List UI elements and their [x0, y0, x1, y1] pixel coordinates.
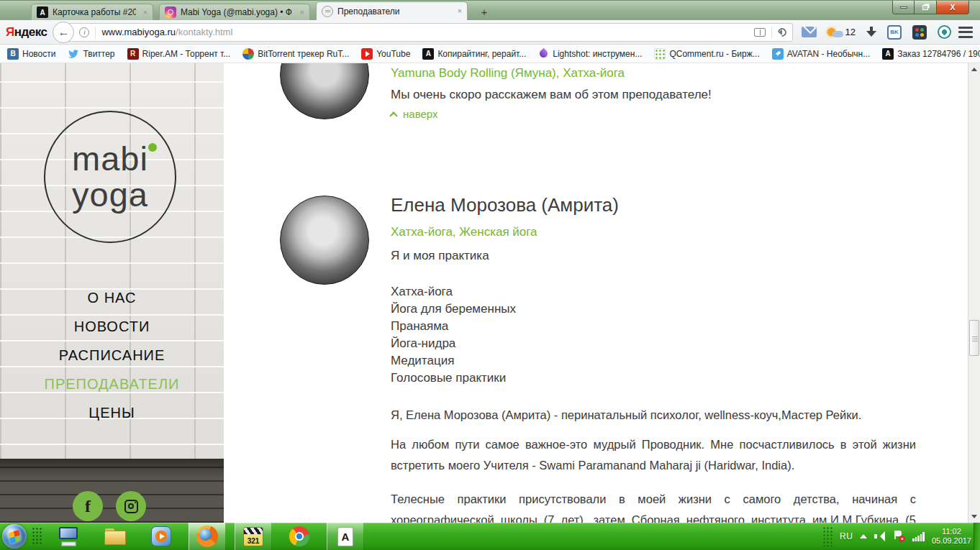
vertical-scrollbar[interactable] — [968, 63, 980, 523]
tab-teachers-active[interactable]: Преподаватели × — [316, 1, 468, 20]
media-player-classic-icon: 321 — [243, 527, 263, 546]
taskbar-chrome[interactable] — [281, 523, 318, 550]
arrow-down-icon — [971, 515, 977, 521]
mabiyoga-favicon-icon — [322, 6, 333, 17]
show-desktop-button[interactable] — [974, 523, 980, 550]
taskbar-advego[interactable]: А — [327, 523, 364, 550]
language-indicator[interactable]: RU — [840, 531, 853, 541]
bookmark-copywriting[interactable]: АКопирайтинг, рерайт... — [422, 48, 526, 60]
instagram-link[interactable] — [116, 491, 146, 521]
scroll-up-button[interactable] — [968, 63, 980, 75]
menu-item-teachers[interactable]: ПРЕПОДАВАТЕЛИ — [0, 370, 224, 398]
tab-title: Преподаватели — [337, 6, 450, 17]
download-icon[interactable] — [866, 27, 876, 38]
back-to-top-link[interactable]: наверх — [391, 107, 923, 122]
bookmark-avatan[interactable]: AVATAN - Необычн... — [772, 48, 871, 60]
reader-mode-icon[interactable] — [754, 28, 766, 37]
tab-close-icon[interactable]: × — [300, 9, 304, 17]
remote-desktop-icon — [59, 527, 79, 546]
taskbar-media-player[interactable] — [142, 523, 180, 550]
minimize-button[interactable] — [892, 1, 915, 14]
network-signal-icon[interactable] — [912, 531, 925, 541]
qcomment-icon — [654, 48, 666, 60]
taskbar-apps: 321 А — [50, 523, 364, 550]
teacher-photo-elena — [280, 196, 369, 285]
teacher-section-yamuna: Yamuna Body Rolling (Ямуна), Хатха-йога … — [391, 63, 923, 122]
vk-news-icon: В — [7, 48, 19, 60]
taskbar-remote-desktop[interactable] — [50, 523, 88, 550]
drop-extension-icon[interactable] — [938, 25, 951, 39]
tray-clock[interactable]: 11:02 05.09.2017 — [932, 527, 971, 546]
taskbar-explorer[interactable] — [96, 523, 134, 550]
menu-item-schedule[interactable]: РАСПИСАНИЕ — [0, 341, 224, 370]
yandex-logo[interactable]: Яндекс — [6, 25, 47, 40]
photo-editor-extension-icon[interactable] — [912, 25, 927, 40]
bookmark-order[interactable]: АЗаказ 12784796 / 190.... — [882, 48, 980, 60]
tab-instagram[interactable]: Mabi Yoga (@mabi.yoga) • Ф × — [159, 4, 310, 20]
instagram-favicon-icon — [165, 6, 176, 18]
teacher-photo-yamuna — [280, 63, 369, 119]
bookmark-lightshot[interactable]: Lightshot: инструмен... — [538, 49, 642, 59]
window-controls: X — [892, 1, 969, 14]
tab-close-icon[interactable]: × — [458, 7, 462, 15]
tab-strip: А Карточка работы #20097636 × Mabi Yoga … — [0, 1, 494, 20]
close-button[interactable]: X — [937, 1, 969, 14]
tray-date: 05.09.2017 — [932, 536, 971, 546]
weather-extension[interactable]: 12 — [827, 27, 856, 37]
vk-extension-icon[interactable]: BK — [887, 25, 902, 40]
bookmark-youtube[interactable]: YouTube — [361, 48, 410, 60]
media-player-icon — [151, 526, 171, 546]
site-info-icon[interactable]: i — [79, 27, 89, 37]
advego-icon: А — [422, 48, 434, 60]
bookmark-riper[interactable]: RRiper.AM - Торрент т... — [127, 48, 231, 60]
mail-extension-icon[interactable] — [802, 27, 817, 37]
browser-menu-icon[interactable] — [957, 26, 974, 39]
volume-icon[interactable] — [874, 531, 887, 541]
taskbar-mpc[interactable]: 321 — [235, 523, 272, 550]
bio-paragraph-3: Телесные практики присутствовали в моей … — [391, 489, 916, 523]
tab-advego-order[interactable]: А Карточка работы #20097636 × — [31, 4, 153, 20]
action-center-flag-icon[interactable]: x — [894, 531, 905, 542]
instagram-icon — [124, 500, 138, 513]
scrollbar-thumb[interactable] — [969, 320, 979, 356]
firefox-icon — [196, 526, 218, 547]
teacher-specialties[interactable]: Хатха-йога, Женская йога — [391, 225, 916, 239]
new-tab-button[interactable]: + — [475, 6, 494, 19]
chevron-up-icon — [389, 111, 397, 119]
start-button[interactable] — [2, 524, 27, 549]
practice-item: Йога-нидра — [391, 335, 916, 352]
chrome-icon — [289, 526, 309, 546]
restore-button[interactable] — [915, 1, 937, 14]
bookmark-qcomment[interactable]: QComment.ru - Бирж... — [654, 48, 759, 60]
browser-window: А Карточка работы #20097636 × Mabi Yoga … — [0, 0, 980, 550]
system-tray: RU x 11:02 05.09.2017 — [822, 523, 971, 550]
page-content: mabi yoga О НАС НОВОСТИ РАСПИСАНИЕ ПРЕПО… — [0, 63, 980, 523]
address-bar[interactable]: i www.mabiyoga.ru/kontakty.html — [64, 23, 792, 42]
lightshot-feather-icon — [538, 48, 550, 60]
bookmark-novosti[interactable]: ВНовости — [7, 48, 55, 60]
bookmark-twitter[interactable]: Твиттер — [68, 48, 114, 60]
social-links: f — [73, 491, 146, 521]
reload-icon[interactable] — [776, 26, 788, 38]
bookmarks-bar: ВНовости Твиттер RRiper.AM - Торрент т..… — [0, 45, 980, 63]
thumb-grip-icon — [972, 336, 978, 342]
scroll-down-button[interactable] — [968, 510, 980, 523]
facebook-link[interactable]: f — [73, 491, 103, 521]
menu-item-about[interactable]: О НАС — [0, 283, 224, 312]
teacher-specialties[interactable]: Yamuna Body Rolling (Ямуна), Хатха-йога — [391, 66, 923, 81]
close-icon: X — [950, 3, 955, 12]
menu-item-prices[interactable]: ЦЕНЫ — [0, 398, 224, 427]
teacher-intro: Я и моя практика — [391, 249, 916, 263]
tray-grip-dots — [822, 526, 832, 546]
tab-close-icon[interactable]: × — [143, 9, 148, 17]
practice-item: Хатха-йога — [391, 283, 916, 301]
bookmark-rutracker[interactable]: BitTorrent трекер RuT... — [242, 48, 349, 60]
teachers-page-main: Yamuna Body Rolling (Ямуна), Хатха-йога … — [224, 63, 968, 523]
minimize-icon — [900, 6, 907, 9]
menu-item-news[interactable]: НОВОСТИ — [0, 312, 224, 341]
back-button[interactable]: ← — [53, 22, 74, 43]
tab-title: Карточка работы #20097636 — [53, 7, 136, 17]
taskbar-firefox-active[interactable] — [189, 523, 226, 550]
hidden-icons-arrow[interactable] — [860, 531, 867, 538]
site-sidebar: mabi yoga О НАС НОВОСТИ РАСПИСАНИЕ ПРЕПО… — [0, 63, 224, 523]
